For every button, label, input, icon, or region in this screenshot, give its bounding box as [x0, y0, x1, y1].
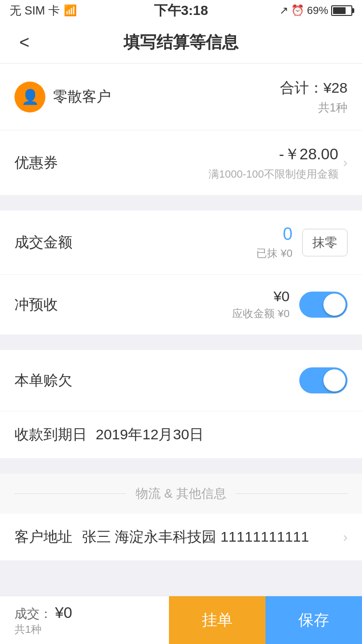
- address-value: 张三 海淀永丰科技园 11111111111: [82, 527, 343, 547]
- customer-section: 👤 零散客户 合计：¥28 共1种 优惠券 -￥28.00 满1000-100不…: [0, 64, 362, 195]
- duedate-row: 收款到期日 2019年12月30日: [0, 411, 362, 458]
- status-right: ↗ ⏰ 69%: [279, 4, 352, 17]
- bottom-amount: ¥0: [55, 604, 72, 622]
- toggle-knob: [323, 294, 346, 316]
- precollect-row: 冲预收 ¥0 应收金额 ¥0: [0, 275, 362, 335]
- divider-2: [0, 342, 362, 350]
- customer-avatar: 👤: [14, 82, 45, 112]
- coupon-row[interactable]: 优惠券 -￥28.00 满1000-100不限制使用金额 ›: [0, 130, 362, 195]
- battery-icon: [331, 5, 352, 16]
- customer-name: 零散客户: [53, 87, 111, 107]
- transaction-row: 成交金额 0 已抹 ¥0 抹零: [0, 210, 362, 275]
- precollect-toggle[interactable]: [299, 292, 348, 318]
- hold-button[interactable]: 挂单: [169, 596, 265, 644]
- alarm-icon: ⏰: [291, 4, 304, 17]
- duedate-label: 收款到期日: [14, 426, 87, 442]
- debt-toggle-knob: [323, 369, 346, 392]
- no-sim-text: 无 SIM 卡: [10, 3, 60, 18]
- page-title: 填写结算等信息: [124, 31, 238, 54]
- precollect-label: 冲预收: [14, 295, 58, 315]
- coupon-discount: -￥28.00: [209, 144, 338, 165]
- address-row[interactable]: 客户地址 张三 海淀永丰科技园 11111111111 ›: [0, 514, 362, 560]
- transaction-section: 成交金额 0 已抹 ¥0 抹零 冲预收 ¥0 应收金额 ¥0: [0, 210, 362, 335]
- status-bar: 无 SIM 卡 📶 下午3:18 ↗ ⏰ 69%: [0, 0, 362, 21]
- precollect-main: ¥0: [232, 288, 290, 305]
- save-button[interactable]: 保存: [265, 596, 362, 644]
- location-icon: ↗: [279, 4, 288, 17]
- coupon-right: -￥28.00 满1000-100不限制使用金额 ›: [209, 144, 348, 182]
- debt-label: 本单赊欠: [14, 371, 72, 391]
- bottom-bar: 成交： ¥0 共1种 挂单 保存: [0, 596, 362, 644]
- divider-3: [0, 466, 362, 474]
- debt-row: 本单赊欠: [0, 350, 362, 411]
- bottom-info: 成交： ¥0 共1种: [0, 596, 169, 644]
- transaction-value-block: 0 已抹 ¥0: [256, 224, 292, 261]
- total-count: 共1种: [280, 100, 348, 115]
- divider-1: [0, 203, 362, 210]
- debt-section: 本单赊欠 收款到期日 2019年12月30日: [0, 350, 362, 458]
- transaction-amount: 0: [256, 224, 292, 244]
- bottom-count: 共1种: [14, 622, 154, 637]
- address-chevron-icon: ›: [343, 530, 348, 545]
- logistics-divider: 物流 & 其他信息: [0, 474, 362, 514]
- wifi-icon: 📶: [64, 4, 77, 17]
- debt-toggle[interactable]: [299, 367, 348, 393]
- nav-bar: < 填写结算等信息: [0, 21, 362, 64]
- status-left: 无 SIM 卡 📶: [10, 3, 77, 18]
- logistics-line-left: [14, 493, 126, 494]
- status-time: 下午3:18: [154, 1, 208, 20]
- coupon-label: 优惠券: [14, 153, 58, 173]
- address-label: 客户地址: [14, 527, 72, 547]
- total-amount: 合计：¥28: [280, 78, 348, 98]
- coupon-desc: 满1000-100不限制使用金额: [209, 167, 338, 182]
- customer-row: 👤 零散客户 合计：¥28 共1种: [0, 64, 362, 130]
- precollect-right: ¥0 应收金额 ¥0: [232, 288, 348, 321]
- back-button[interactable]: <: [14, 28, 34, 57]
- precollect-amounts: ¥0 应收金额 ¥0: [232, 288, 290, 321]
- battery-text: 69%: [307, 4, 328, 17]
- transaction-right: 0 已抹 ¥0 抹零: [256, 224, 348, 261]
- logistics-text: 物流 & 其他信息: [126, 485, 236, 502]
- transaction-sub: 已抹 ¥0: [256, 246, 292, 261]
- avatar-icon: 👤: [21, 88, 39, 105]
- round-zero-button[interactable]: 抹零: [302, 229, 348, 256]
- precollect-sub: 应收金额 ¥0: [232, 307, 290, 321]
- customer-right: 合计：¥28 共1种: [280, 78, 348, 115]
- coupon-value-block: -￥28.00 满1000-100不限制使用金额: [209, 144, 338, 182]
- transaction-label: 成交金额: [14, 233, 72, 252]
- logistics-line-right: [236, 493, 348, 494]
- coupon-chevron-icon: ›: [343, 155, 348, 170]
- customer-left: 👤 零散客户: [14, 82, 111, 112]
- bottom-deal-label: 成交：: [14, 605, 52, 622]
- duedate-value: 2019年12月30日: [96, 426, 203, 442]
